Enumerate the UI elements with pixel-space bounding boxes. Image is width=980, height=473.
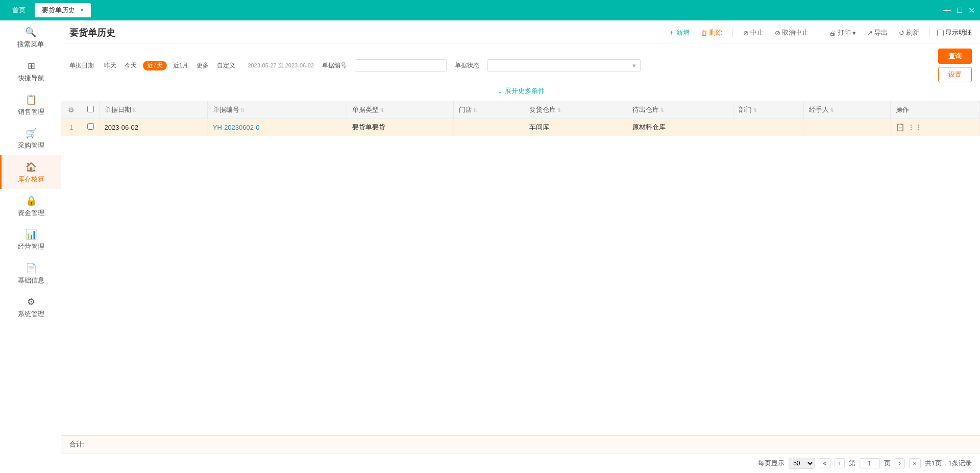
export-icon: ↗ — [867, 29, 873, 37]
display-detail-toggle[interactable]: 显示明细 — [937, 28, 972, 37]
sidebar-item-label: 库存核算 — [18, 175, 44, 184]
docno-filter-label: 单据编号 — [322, 61, 347, 70]
date-range-display: 2023-05-27 至 2023-06-02 — [248, 62, 314, 69]
sort-store-icon: ⇅ — [473, 107, 477, 113]
close-icon[interactable]: ✕ — [968, 6, 975, 15]
th-date[interactable]: 单据日期⇅ — [99, 101, 207, 119]
cell-handler — [804, 119, 891, 136]
sort-pending-warehouse-icon: ⇅ — [660, 107, 664, 113]
row-checkbox-cell[interactable] — [82, 119, 99, 136]
next-page-button[interactable]: › — [895, 458, 905, 468]
print-button[interactable]: 🖨 打印 ▾ — [826, 27, 859, 39]
sidebar-item-finance[interactable]: 🔒 资金管理 — [0, 189, 61, 223]
sidebar-item-basic-info[interactable]: 📄 基础信息 — [0, 256, 61, 290]
page-size-select[interactable]: 20 50 100 — [789, 458, 815, 469]
new-button[interactable]: ＋ 新增 — [665, 27, 693, 39]
maximize-icon[interactable]: □ — [957, 6, 962, 15]
filter-settings-button[interactable]: 设置 — [938, 67, 972, 82]
th-req-warehouse[interactable]: 要货仓库⇅ — [524, 101, 627, 119]
toolbar-divider-3 — [929, 29, 930, 37]
date-shortcut-more[interactable]: 更多 — [194, 61, 211, 70]
date-shortcut-today[interactable]: 今天 — [122, 61, 139, 70]
date-filter-label: 单据日期 — [69, 61, 94, 70]
row-checkbox[interactable] — [87, 123, 94, 130]
home-tab[interactable]: 首页 — [5, 3, 33, 17]
purchase-icon: 🛒 — [26, 129, 37, 138]
date-shortcut-yesterday[interactable]: 昨天 — [102, 61, 118, 70]
th-pending-warehouse[interactable]: 待出仓库⇅ — [627, 101, 733, 119]
minimize-icon[interactable]: — — [943, 6, 951, 15]
sidebar-item-sales[interactable]: 📋 销售管理 — [0, 88, 61, 122]
sort-handler-icon: ⇅ — [830, 107, 834, 113]
last-page-button[interactable]: » — [909, 458, 921, 468]
date-shortcut-custom[interactable]: 自定义 — [215, 61, 237, 70]
date-shortcuts: 昨天 今天 近7天 近1月 更多 自定义 — [102, 61, 237, 70]
row-delete-icon[interactable]: ⋮⋮ — [908, 123, 922, 131]
filter-area: 单据日期 昨天 今天 近7天 近1月 更多 自定义 2023-05-27 至 2… — [61, 43, 980, 101]
sidebar-item-system[interactable]: ⚙ 系统管理 — [0, 290, 61, 324]
sidebar-item-purchase[interactable]: 🛒 采购管理 — [0, 122, 61, 155]
date-shortcut-7days[interactable]: 近7天 — [143, 61, 167, 70]
status-select[interactable]: ▾ — [487, 59, 641, 72]
filter-row-1: 单据日期 昨天 今天 近7天 近1月 更多 自定义 2023-05-27 至 2… — [69, 49, 972, 82]
sidebar-item-inventory[interactable]: 🏠 库存核算 — [0, 155, 61, 189]
sort-date-icon: ⇅ — [132, 107, 136, 113]
stop-button[interactable]: ⊘ 中止 — [740, 27, 767, 39]
expand-more-conditions[interactable]: ⌄ 展开更多条件 — [69, 86, 972, 96]
sidebar-item-label: 基础信息 — [18, 276, 44, 285]
print-icon: 🖨 — [829, 29, 836, 37]
total-info: 共1页，1条记录 — [925, 459, 972, 468]
refresh-button[interactable]: ↺ 刷新 — [896, 27, 922, 39]
select-all-checkbox[interactable] — [87, 106, 94, 112]
action-buttons: 查询 设置 — [938, 49, 972, 82]
cell-store — [453, 119, 524, 136]
active-tab[interactable]: 要货单历史 × — [35, 3, 91, 17]
cancel-stop-label: 取消中止 — [782, 28, 808, 37]
docno-link[interactable]: YH-20230602-0 — [213, 124, 260, 131]
main-layout: 🔍 搜索菜单 ⊞ 快捷导航 📋 销售管理 🛒 采购管理 🏠 库存核算 🔒 资金管… — [0, 20, 980, 473]
active-tab-label: 要货单历史 — [42, 6, 75, 15]
stop-icon: ⊘ — [743, 29, 749, 37]
search-button[interactable]: 查询 — [938, 49, 972, 64]
date-shortcut-1month[interactable]: 近1月 — [171, 61, 191, 70]
cell-operation: 📋 ⋮⋮ — [891, 119, 980, 136]
sales-icon: 📋 — [26, 95, 37, 104]
new-label: 新增 — [676, 28, 690, 37]
th-docno[interactable]: 单据编号⇅ — [207, 101, 347, 119]
docno-input[interactable] — [355, 59, 447, 72]
cell-docno: YH-20230602-0 — [207, 119, 347, 136]
summary-label: 合计: — [69, 440, 85, 449]
data-table-wrap: ⚙ 单据日期⇅ 单据编号⇅ 单据类型⇅ — [61, 101, 980, 435]
first-page-button[interactable]: « — [819, 458, 830, 468]
toolbar: ＋ 新增 🗑 删除 ⊘ 中止 ⊘ 取消中止 🖨 — [665, 27, 972, 39]
display-detail-label: 显示明细 — [945, 28, 972, 37]
cancel-stop-button[interactable]: ⊘ 取消中止 — [772, 27, 812, 39]
th-handler[interactable]: 经手人⇅ — [804, 101, 891, 119]
delete-button[interactable]: 🗑 删除 — [698, 27, 725, 39]
cell-req-warehouse: 车间库 — [524, 119, 627, 136]
page-number-input[interactable] — [860, 458, 880, 468]
print-dropdown-icon: ▾ — [852, 29, 856, 37]
row-edit-icon[interactable]: 📋 — [896, 123, 904, 131]
status-dropdown-icon: ▾ — [632, 62, 636, 69]
th-operation: 操作 — [891, 101, 980, 119]
sort-doctype-icon: ⇅ — [380, 107, 384, 113]
tab-close-icon[interactable]: × — [80, 7, 84, 14]
prev-page-button[interactable]: ‹ — [835, 458, 845, 468]
expand-more-icon: ⌄ — [497, 87, 503, 95]
table-settings-icon[interactable]: ⚙ — [68, 106, 75, 114]
sidebar-item-quick-nav[interactable]: ⊞ 快捷导航 — [0, 54, 61, 88]
page-unit: 页 — [884, 459, 891, 468]
export-button[interactable]: ↗ 导出 — [864, 27, 891, 39]
sidebar-item-label: 系统管理 — [18, 310, 44, 319]
sidebar-search[interactable]: 🔍 搜索菜单 — [0, 20, 61, 54]
th-doctype[interactable]: 单据类型⇅ — [347, 101, 454, 119]
finance-icon: 🔒 — [26, 196, 37, 205]
display-detail-checkbox[interactable] — [937, 30, 944, 36]
th-dept[interactable]: 部门⇅ — [733, 101, 804, 119]
basic-info-icon: 📄 — [26, 264, 37, 273]
th-store[interactable]: 门店⇅ — [453, 101, 524, 119]
sort-req-warehouse-icon: ⇅ — [557, 107, 561, 113]
th-checkbox — [82, 101, 99, 119]
sidebar-item-operations[interactable]: 📊 经营管理 — [0, 223, 61, 256]
